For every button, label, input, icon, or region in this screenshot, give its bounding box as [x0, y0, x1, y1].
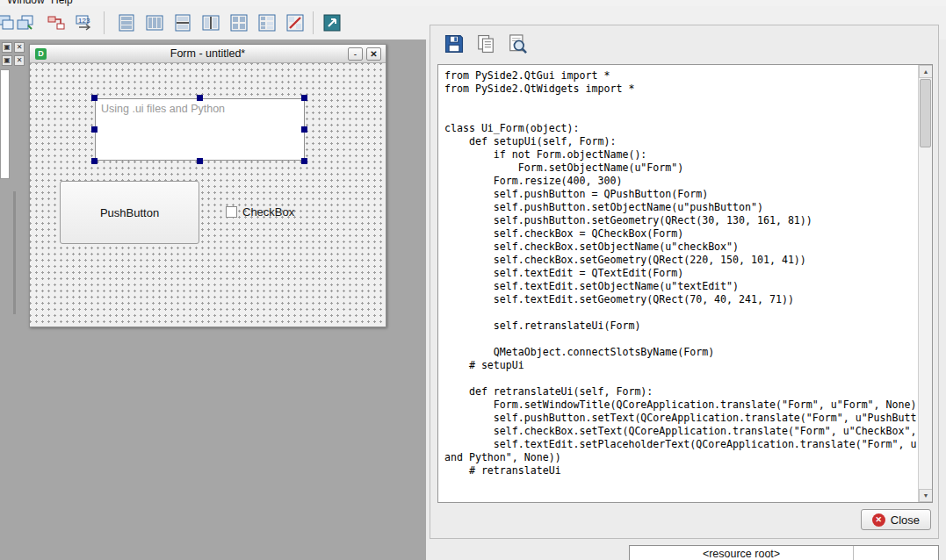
- dock-close-icon[interactable]: ✕: [14, 42, 25, 53]
- edit-tab-order-icon[interactable]: 123: [72, 11, 97, 35]
- minimize-button[interactable]: -: [348, 47, 363, 61]
- code-text[interactable]: from PySide2.QtGui import * from PySide2…: [438, 65, 917, 502]
- edit-signals-slots-icon[interactable]: [44, 11, 69, 35]
- dock-float-icon[interactable]: ▣: [2, 55, 12, 66]
- svg-text:123: 123: [78, 17, 90, 25]
- layout-vertically-icon[interactable]: [114, 11, 139, 35]
- toolbar-separator: [104, 11, 105, 34]
- scrollbar-thumb[interactable]: [920, 79, 931, 147]
- toolbar-separator: [313, 11, 314, 34]
- selection-handle[interactable]: [91, 126, 97, 133]
- menu-help[interactable]: Help: [51, 0, 73, 6]
- panel-divider: [853, 546, 854, 560]
- close-red-icon: ✕: [872, 513, 885, 527]
- form-canvas[interactable]: Using .ui files and Python PushButton Ch…: [30, 63, 386, 327]
- checkbox-indicator[interactable]: [226, 206, 237, 218]
- layout-splitter-horizontal-icon[interactable]: [199, 11, 223, 35]
- save-icon[interactable]: [443, 32, 466, 55]
- dock-titlebar-fragment: ▣ ✕: [2, 42, 25, 53]
- selection-handle[interactable]: [91, 158, 97, 164]
- resource-root-item[interactable]: <resource root>: [630, 548, 853, 560]
- textedit-widget[interactable]: Using .ui files and Python: [95, 98, 305, 161]
- close-dialog-button[interactable]: ✕ Close: [861, 509, 931, 530]
- checkbox-widget[interactable]: CheckBox: [226, 205, 294, 219]
- application-window: Window Help 123: [0, 0, 946, 560]
- form-designer-window: D Form - untitled* - ✕ Using .ui files a…: [29, 44, 386, 327]
- checkbox-label: CheckBox: [242, 205, 294, 219]
- pushbutton-widget[interactable]: PushButton: [60, 181, 199, 244]
- close-button[interactable]: ✕: [366, 47, 381, 61]
- selection-handle[interactable]: [301, 95, 307, 101]
- dock-titlebar-fragment: ▣ ✕: [2, 55, 25, 66]
- layout-in-grid-icon[interactable]: [227, 11, 251, 35]
- selection-handle[interactable]: [91, 95, 97, 101]
- layout-in-form-icon[interactable]: [255, 11, 279, 35]
- adjust-size-icon[interactable]: [320, 11, 344, 35]
- selection-handle[interactable]: [301, 158, 307, 164]
- break-layout-icon[interactable]: [283, 11, 307, 35]
- resource-browser: <resource root>: [629, 545, 939, 560]
- dock-close-icon[interactable]: ✕: [14, 55, 25, 66]
- code-dialog-toolbar: [443, 32, 529, 55]
- form-titlebar[interactable]: D Form - untitled* - ✕: [30, 45, 386, 63]
- scroll-up-icon[interactable]: ▲: [919, 65, 933, 78]
- form-window-title: Form - untitled*: [30, 47, 386, 60]
- close-button-label: Close: [891, 513, 920, 527]
- vertical-scrollbar[interactable]: ▲ ▼: [918, 65, 932, 502]
- lower-icon[interactable]: [12, 11, 37, 35]
- code-view: from PySide2.QtGui import * from PySide2…: [437, 64, 933, 503]
- copy-icon[interactable]: [474, 32, 497, 55]
- menu-window[interactable]: Window: [7, 0, 45, 6]
- dock-float-icon[interactable]: ▣: [2, 42, 12, 53]
- menu-bar: Window Help: [0, 0, 946, 6]
- selection-handle[interactable]: [197, 158, 203, 164]
- dock-scrollbar-sliver[interactable]: [13, 191, 16, 314]
- layout-horizontally-icon[interactable]: [142, 11, 167, 35]
- layout-splitter-vertical-icon[interactable]: [170, 11, 195, 35]
- code-preview-dialog: from PySide2.QtGui import * from PySide2…: [430, 25, 939, 539]
- dock-panel-sliver: [0, 69, 10, 179]
- scroll-down-icon[interactable]: ▼: [919, 489, 933, 502]
- selection-handle[interactable]: [301, 126, 307, 133]
- selection-handle[interactable]: [197, 95, 203, 101]
- find-icon[interactable]: [506, 32, 529, 55]
